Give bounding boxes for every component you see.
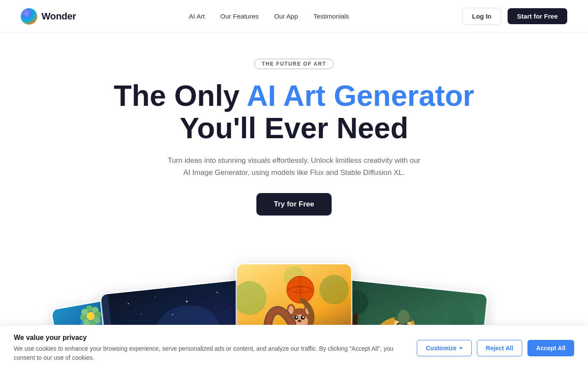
nav-item-testimonials[interactable]: Testimonials: [313, 13, 349, 20]
navbar: Wonder AI Art Our Features Our App Testi…: [0, 0, 588, 33]
cookie-title: We value your privacy: [14, 334, 399, 342]
logo-icon: [21, 8, 37, 25]
nav-item-ai-art[interactable]: AI Art: [189, 13, 205, 20]
nav-item-features[interactable]: Our Features: [220, 13, 259, 20]
cookie-text-area: We value your privacy We use cookies to …: [14, 334, 399, 362]
try-free-button[interactable]: Try for Free: [256, 193, 332, 216]
cookie-content: We value your privacy We use cookies to …: [14, 334, 574, 362]
cookie-actions: Customize Reject All Accept All: [417, 340, 574, 356]
hero-title-part1: The Only: [114, 79, 246, 112]
svg-point-0: [21, 8, 37, 25]
reject-all-button[interactable]: Reject All: [477, 340, 522, 356]
nav-item-app[interactable]: Our App: [274, 13, 298, 20]
cookie-banner: We value your privacy We use cookies to …: [0, 325, 588, 371]
accept-all-button[interactable]: Accept All: [527, 340, 574, 356]
nav-links: AI Art Our Features Our App Testimonials: [189, 13, 349, 20]
customize-label: Customize: [426, 345, 457, 352]
chevron-down-icon: [459, 347, 463, 349]
login-button[interactable]: Log In: [462, 8, 502, 25]
start-button[interactable]: Start for Free: [508, 8, 567, 24]
logo-text: Wonder: [42, 11, 76, 22]
svg-text:Cam3re: Cam3re: [297, 289, 304, 292]
hero-subtitle: Turn ideas into stunning visuals effortl…: [164, 155, 424, 180]
logo-link[interactable]: Wonder: [21, 8, 76, 25]
svg-point-49: [303, 317, 304, 318]
hero-title: The Only AI Art Generator You'll Ever Ne…: [17, 79, 571, 144]
hero-title-highlight: AI Art Generator: [246, 79, 474, 112]
svg-point-50: [298, 320, 301, 322]
svg-text:PINU: PINU: [297, 285, 304, 288]
customize-button[interactable]: Customize: [417, 340, 472, 356]
hero-badge: THE FUTURE OF ART: [254, 59, 333, 69]
cookie-description: We use cookies to enhance your browsing …: [14, 344, 399, 362]
hero-section: THE FUTURE OF ART The Only AI Art Genera…: [0, 33, 588, 254]
nav-actions: Log In Start for Free: [462, 8, 567, 25]
hero-title-part2: You'll Ever Need: [180, 111, 409, 144]
svg-point-48: [296, 317, 297, 318]
svg-point-32: [320, 275, 349, 304]
